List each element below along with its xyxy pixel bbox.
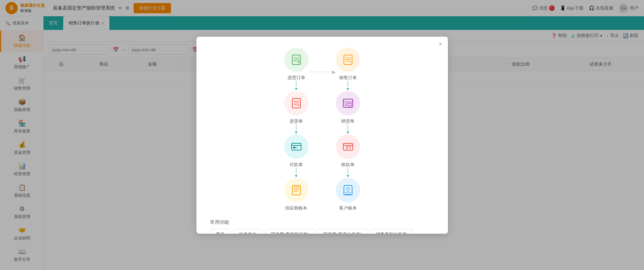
svg-text:¥: ¥ (296, 146, 298, 149)
func-btn-stock-status[interactable]: 现存量(库存状况表) (265, 229, 315, 234)
flow-diagram: 进货订单 ▼ (210, 48, 434, 211)
purchase-receipt-node: 进货单 (284, 91, 309, 124)
sales-node: 销货单 (336, 91, 360, 124)
purchase-order-circle[interactable] (284, 48, 309, 72)
svg-text:¥: ¥ (346, 146, 348, 149)
func-buttons-row-1: 商品 往来单位 现存量(库存状况表) 现存量(库存分布表) 销售毛利分析表 商品… (210, 229, 434, 234)
svg-rect-16 (293, 186, 300, 187)
receipt-node: ¥ 收款单 (336, 134, 360, 168)
svg-rect-10 (293, 147, 296, 148)
svg-rect-0 (292, 55, 300, 65)
svg-rect-17 (344, 55, 352, 65)
payment-node: ¥ 付款单 (284, 134, 309, 168)
receipt-node-circle[interactable]: ¥ (336, 134, 360, 159)
supplier-ledger-circle[interactable] (284, 178, 309, 202)
arrow-down-1: ▼ (294, 81, 298, 91)
sales-node-label: 销货单 (341, 118, 354, 124)
receipt-node-icon: ¥ (342, 141, 354, 153)
customer-ledger-label: 客户账本 (339, 205, 357, 211)
left-flow-col: 进货订单 ▼ (284, 48, 309, 211)
svg-rect-4 (292, 98, 300, 108)
supplier-ledger-node: 供应商账本 (284, 178, 309, 211)
payment-circle[interactable]: ¥ (284, 134, 309, 159)
purchase-receipt-circle[interactable] (284, 91, 309, 115)
receipt-label: 收款单 (341, 162, 354, 168)
svg-point-21 (349, 61, 351, 63)
sales-node-circle[interactable] (336, 91, 360, 115)
payment-icon: ¥ (290, 141, 302, 153)
sales-order-doc-circle[interactable] (336, 48, 360, 72)
arrow-right-1: ▶ (309, 60, 336, 84)
customer-ledger-node: 客户账本 (336, 178, 360, 211)
supplier-ledger-icon (290, 184, 302, 196)
purchase-order-label: 进货订单 (288, 75, 305, 81)
popup-overlay[interactable]: × (0, 0, 644, 270)
sales-order-doc-icon (342, 54, 354, 66)
func-btn-stock-dist[interactable]: 现存量(库存分布表) (317, 229, 367, 234)
purchase-receipt-label: 进货单 (290, 118, 303, 124)
sales-order-doc-label: 销售订单 (339, 75, 357, 81)
popup-close-btn[interactable]: × (439, 41, 442, 48)
arrow-down-sales-1: ▼ (346, 81, 350, 91)
arrow-down-sales-2: ▼ (346, 124, 350, 134)
popup-body: 进货订单 ▼ (196, 37, 448, 234)
arrow-down-sales-3: ▼ (346, 168, 350, 178)
customer-ledger-circle[interactable] (336, 178, 360, 202)
svg-point-33 (347, 187, 349, 190)
right-flow-col: 销售订单 ▼ (336, 48, 360, 211)
purchase-order-icon (290, 54, 302, 66)
h-arrows-col: ▶ (309, 60, 336, 119)
svg-rect-26 (348, 103, 351, 106)
arrow-down-3: ▼ (294, 168, 298, 178)
purchase-order-node: 进货订单 (284, 48, 309, 81)
sales-node-icon (342, 97, 354, 109)
purchase-receipt-icon (290, 97, 302, 109)
customer-ledger-icon (342, 184, 354, 196)
common-func-title: 常用功能 (210, 219, 434, 226)
payment-label: 付款单 (290, 162, 303, 168)
func-btn-sales-profit-analysis[interactable]: 销售毛利分析表 (370, 229, 413, 234)
sales-order-doc-node: 销售订单 (336, 48, 360, 81)
supplier-ledger-label: 供应商账本 (285, 205, 307, 211)
common-functions: 常用功能 商品 往来单位 现存量(库存状况表) 现存量(库存分布表) 销售毛利分… (210, 219, 434, 234)
arrow-down-2: ▼ (294, 124, 298, 134)
func-btn-product[interactable]: 商品 (210, 229, 230, 234)
func-btn-counterparty[interactable]: 往来单位 (233, 229, 262, 234)
popup: × (196, 37, 448, 234)
